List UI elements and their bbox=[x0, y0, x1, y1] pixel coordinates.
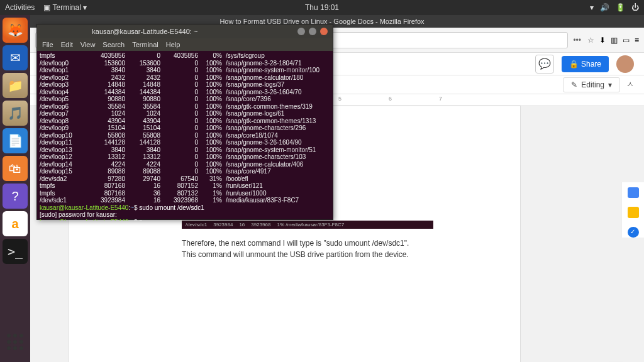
menu-icon[interactable]: ≡ bbox=[635, 36, 639, 45]
user-avatar[interactable] bbox=[616, 55, 634, 73]
minimize-button[interactable] bbox=[297, 28, 305, 35]
launcher-software[interactable]: 🛍 bbox=[3, 156, 28, 181]
launcher-writer[interactable]: 📄 bbox=[3, 128, 28, 153]
reader-icon[interactable]: ••• bbox=[573, 36, 581, 45]
tasks-icon[interactable] bbox=[628, 227, 639, 238]
mode-dropdown[interactable]: ✎ Editing ▾ bbox=[563, 77, 620, 92]
calendar-icon[interactable] bbox=[628, 187, 639, 198]
gnome-topbar: Activities ▣ Terminal ▾ Thu 19:01 ▾ 🔊 🔋 … bbox=[0, 0, 644, 15]
launcher-terminal[interactable]: >_ bbox=[3, 239, 28, 264]
downloads-icon[interactable]: ⬇ bbox=[599, 36, 606, 45]
activities-button[interactable]: Activities bbox=[5, 3, 35, 12]
launcher-files[interactable]: 📁 bbox=[3, 73, 28, 98]
share-button[interactable]: 🔒 Share bbox=[562, 56, 609, 72]
menu-view[interactable]: View bbox=[80, 41, 96, 48]
launcher-thunderbird[interactable]: ✉ bbox=[3, 45, 28, 70]
launcher-rhythmbox[interactable]: 🎵 bbox=[3, 101, 28, 126]
menu-file[interactable]: File bbox=[42, 41, 53, 48]
menu-help[interactable]: Help bbox=[166, 41, 180, 48]
menu-terminal[interactable]: Terminal bbox=[132, 41, 158, 48]
embedded-output: /dev/sdc139239841639239681% /media/kausa… bbox=[182, 221, 433, 229]
keep-icon[interactable] bbox=[628, 207, 639, 217]
expand-toolbar-icon[interactable]: ㅅ bbox=[626, 79, 634, 90]
bookmark-icon[interactable]: ☆ bbox=[587, 36, 594, 45]
clock[interactable]: Thu 19:01 bbox=[305, 3, 339, 12]
show-applications[interactable] bbox=[3, 329, 28, 354]
sidebar-icon[interactable]: ▭ bbox=[623, 36, 630, 45]
terminal-menubar: File Edit View Search Terminal Help bbox=[37, 38, 333, 51]
doc-paragraph: Therefore, the next command I will type … bbox=[182, 238, 421, 260]
launcher-amazon[interactable]: a bbox=[3, 211, 28, 236]
terminal-title: kausar@kausar-Latitude-E5440: ~ bbox=[92, 28, 197, 35]
terminal-output[interactable]: tmpfs4035856040358560%/sys/fs/cgroup/dev… bbox=[37, 51, 333, 221]
launcher-firefox[interactable]: 🦊 bbox=[3, 18, 28, 43]
close-button[interactable] bbox=[320, 28, 328, 35]
library-icon[interactable]: ▥ bbox=[611, 36, 618, 45]
power-icon[interactable]: ⏻ bbox=[631, 3, 639, 12]
ubuntu-launcher: 🦊 ✉ 📁 🎵 📄 🛍 ? a >_ bbox=[0, 15, 30, 362]
maximize-button[interactable] bbox=[309, 28, 316, 35]
menu-search[interactable]: Search bbox=[103, 41, 125, 48]
sound-icon[interactable]: 🔊 bbox=[600, 3, 609, 12]
comments-button[interactable]: 💬 bbox=[535, 55, 554, 74]
menu-edit[interactable]: Edit bbox=[61, 41, 73, 48]
terminal-window[interactable]: kausar@kausar-Latitude-E5440: ~ File Edi… bbox=[36, 24, 333, 220]
side-panel bbox=[621, 182, 644, 238]
network-icon[interactable]: ▾ bbox=[590, 3, 594, 12]
launcher-help[interactable]: ? bbox=[3, 184, 28, 209]
terminal-titlebar[interactable]: kausar@kausar-Latitude-E5440: ~ bbox=[37, 25, 333, 38]
app-menu[interactable]: ▣ Terminal ▾ bbox=[43, 3, 87, 12]
battery-icon[interactable]: 🔋 bbox=[616, 3, 625, 12]
